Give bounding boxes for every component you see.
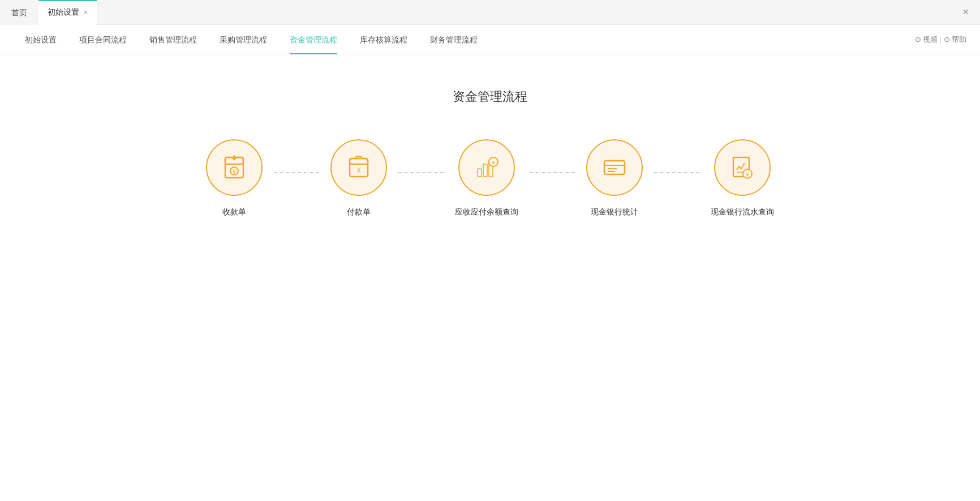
nav-item-project[interactable]: 项目合同流程 (68, 25, 138, 54)
nav-divider: | (940, 35, 942, 44)
balance-icon-circle: ¥ (458, 139, 515, 196)
flow-item-balance[interactable]: ¥ 应收应付余额查询 (455, 139, 518, 217)
nav-item-finance[interactable]: 财务管理流程 (419, 25, 489, 54)
payment-label: 付款单 (347, 207, 371, 217)
flow-item-bank-flow[interactable]: ¥ 现金银行流水查询 (711, 139, 774, 217)
svg-text:¥: ¥ (356, 166, 361, 174)
window-close-button[interactable]: × (962, 0, 980, 25)
dashed-line-4 (654, 172, 699, 173)
help-icon: ⊙ (944, 35, 950, 44)
dashed-line-3 (530, 172, 575, 173)
svg-rect-11 (483, 164, 487, 177)
video-icon: ⊙ (915, 35, 921, 44)
home-tab[interactable]: 首页 (0, 0, 38, 25)
tab-close-button[interactable]: × (84, 8, 88, 16)
top-bar: 首页 初始设置 × × (0, 0, 980, 25)
receipt-icon-circle: ¥ (206, 139, 263, 196)
nav-item-purchase[interactable]: 采购管理流程 (208, 25, 278, 54)
page-title: 资金管理流程 (453, 88, 527, 105)
dashed-line-1 (274, 172, 319, 173)
bank-flow-svg-icon: ¥ (728, 153, 757, 182)
tab-indicator (38, 0, 97, 1)
svg-text:¥: ¥ (232, 169, 236, 175)
nav-item-initial[interactable]: 初始设置 (14, 25, 68, 54)
svg-rect-7 (350, 159, 368, 164)
svg-text:¥: ¥ (745, 172, 749, 177)
receipt-svg-icon: ¥ (220, 153, 249, 182)
nav-item-inventory[interactable]: 库存核算流程 (349, 25, 419, 54)
bank-flow-icon-circle: ¥ (714, 139, 771, 196)
svg-text:¥: ¥ (491, 160, 495, 165)
connector-4 (643, 172, 711, 173)
flow-row: ¥ 收款单 ¥ (206, 139, 774, 217)
main-content: 资金管理流程 ¥ 收款单 (0, 54, 980, 217)
receipt-label: 收款单 (222, 207, 246, 217)
video-link[interactable]: ⊙ 视频 (915, 35, 938, 45)
connector-1 (263, 172, 330, 173)
balance-svg-icon: ¥ (472, 153, 501, 182)
help-link[interactable]: ⊙ 帮助 (944, 35, 966, 45)
connector-2 (387, 172, 455, 173)
balance-label: 应收应付余额查询 (455, 207, 518, 217)
bank-stat-label: 现金银行统计 (591, 207, 638, 217)
svg-rect-10 (478, 169, 482, 177)
nav-bar: 初始设置 项目合同流程 销售管理流程 采购管理流程 资金管理流程 库存核算流程 … (0, 25, 980, 54)
payment-icon-circle: ¥ (330, 139, 387, 196)
dashed-line-2 (398, 172, 444, 173)
payment-svg-icon: ¥ (344, 153, 373, 182)
bank-stat-svg-icon (600, 153, 629, 182)
active-tab[interactable]: 初始设置 × (38, 0, 97, 25)
nav-item-sales[interactable]: 销售管理流程 (138, 25, 208, 54)
nav-right-actions: ⊙ 视频 | ⊙ 帮助 (915, 35, 966, 45)
connector-3 (518, 172, 586, 173)
nav-item-capital[interactable]: 资金管理流程 (278, 25, 349, 54)
flow-item-receipt[interactable]: ¥ 收款单 (206, 139, 263, 217)
bank-stat-icon-circle (586, 139, 643, 196)
bank-flow-label: 现金银行流水查询 (711, 207, 774, 217)
flow-item-payment[interactable]: ¥ 付款单 (330, 139, 387, 217)
help-label: 帮助 (952, 35, 966, 45)
flow-item-bank-stat[interactable]: 现金银行统计 (586, 139, 643, 217)
active-tab-label: 初始设置 (48, 7, 79, 18)
svg-rect-15 (604, 161, 625, 174)
video-label: 视频 (923, 35, 938, 45)
